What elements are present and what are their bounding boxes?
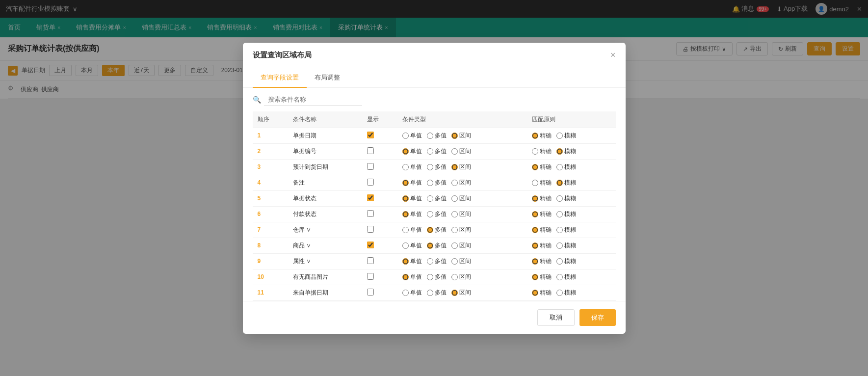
dialog-overlay: 设置查询区域布局 × 查询字段设置 布局调整 🔍 顺序 条件名称 显示 条件类型 xyxy=(0,0,868,99)
tab-layout-adjust[interactable]: 布局调整 xyxy=(307,68,348,88)
search-icon: 🔍 xyxy=(253,96,261,99)
dialog-tabs: 查询字段设置 布局调整 xyxy=(243,68,626,88)
search-input[interactable] xyxy=(264,94,362,99)
settings-dialog: 设置查询区域布局 × 查询字段设置 布局调整 🔍 顺序 条件名称 显示 条件类型 xyxy=(243,43,626,99)
tab-field-settings[interactable]: 查询字段设置 xyxy=(253,68,307,88)
dialog-title: 设置查询区域布局 xyxy=(253,51,312,60)
dialog-header: 设置查询区域布局 × xyxy=(243,43,626,68)
dialog-search-area: 🔍 xyxy=(243,88,626,99)
dialog-close-button[interactable]: × xyxy=(610,51,616,59)
